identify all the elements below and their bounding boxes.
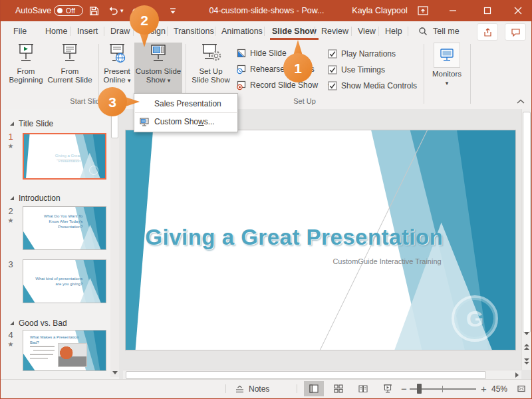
checkbox-label: Use Timings <box>341 65 385 74</box>
chevron-up-icon <box>516 98 525 105</box>
use-timings-checkbox[interactable]: Use Timings <box>328 64 385 76</box>
tab-help[interactable]: Help <box>379 21 408 41</box>
save-button[interactable] <box>88 0 100 21</box>
zoom-percentage[interactable]: 45% <box>491 380 507 398</box>
previous-slide-button[interactable] <box>524 344 529 350</box>
reading-view-button[interactable] <box>353 381 373 396</box>
slide-thumbnail-1[interactable]: Giving a Great Presentation <box>23 133 106 180</box>
set-up-slide-show-button[interactable]: Set UpSlide Show <box>190 43 232 93</box>
undo-button[interactable]: ▾ <box>107 0 124 21</box>
from-current-slide-button[interactable]: FromCurrent Slide <box>45 43 95 93</box>
from-beginning-button[interactable]: FromBeginning <box>9 43 43 93</box>
present-online-button[interactable]: Present Online ▾ <box>101 43 133 93</box>
callout-badge-1: 1 <box>283 39 313 84</box>
tab-view[interactable]: View <box>352 21 382 41</box>
thumbnail-subtitle-line <box>57 160 79 160</box>
ribbon-display-options-icon <box>417 5 429 16</box>
button-label: Custom Slide <box>136 67 181 76</box>
section-collapse-icon <box>10 321 14 325</box>
slide-thumbnail-4[interactable]: What Makes a Presentation Bad? <box>23 330 106 371</box>
slide-sorter-icon <box>333 384 344 394</box>
scrollbar-thumb[interactable] <box>126 371 486 379</box>
svg-text:1: 1 <box>294 61 302 76</box>
slide-number: 3 <box>6 259 15 269</box>
animation-star-icon[interactable]: ★ <box>6 340 15 348</box>
zoom-out-button[interactable]: − <box>401 380 407 398</box>
section-header-introduction[interactable]: Introduction <box>10 193 61 203</box>
menu-item-custom-shows[interactable]: Custom Shows... <box>134 114 237 130</box>
ribbon-tab-bar: File Home Insert Draw Design Transitions… <box>1 21 531 41</box>
statusbar-separator <box>297 384 297 393</box>
account-name[interactable]: Kayla Claypool <box>343 0 416 21</box>
scroll-down-icon[interactable] <box>112 371 118 374</box>
animation-star-icon[interactable]: ★ <box>6 142 15 150</box>
autosave-toggle[interactable]: Off <box>54 0 83 21</box>
status-bar: Notes − + 45% <box>1 379 531 398</box>
double-down-icon <box>524 358 529 361</box>
tab-separator <box>408 27 408 36</box>
thumbnail-bullet-line <box>30 358 48 359</box>
thumbnail-image <box>58 343 87 367</box>
editor-vertical-scrollbar[interactable] <box>521 109 531 370</box>
tab-review[interactable]: Review <box>315 21 354 41</box>
minimize-button[interactable] <box>440 0 466 21</box>
show-media-controls-checkbox[interactable]: Show Media Controls <box>328 80 417 92</box>
custom-slide-show-button[interactable]: Custom Slide Show ▾ <box>134 43 182 93</box>
tell-me-label: Tell me <box>433 27 460 36</box>
scroll-down-icon[interactable] <box>524 332 529 335</box>
toggle-knob-icon <box>57 8 63 13</box>
slide-sorter-view-button[interactable] <box>329 381 348 396</box>
hide-slide-button[interactable]: Hide Slide <box>236 47 287 60</box>
slide-show-view-button[interactable] <box>378 381 398 396</box>
tab-transitions[interactable]: Transitions <box>168 21 220 41</box>
animation-star-icon[interactable]: ★ <box>6 217 15 224</box>
normal-view-button[interactable] <box>304 381 324 396</box>
button-label: Monitors <box>432 70 462 78</box>
callout-badge-3: 3 <box>97 86 141 117</box>
slide-subtitle-text[interactable]: CustomGuide Interactive Training <box>332 257 441 265</box>
undo-dropdown-caret-icon[interactable]: ▾ <box>120 7 124 14</box>
tab-insert[interactable]: Insert <box>71 21 104 41</box>
section-label: Introduction <box>19 194 61 203</box>
slide-thumbnail-2[interactable]: What Do You Want To Know After Today's P… <box>23 206 106 250</box>
share-button[interactable] <box>477 23 498 41</box>
slide-canvas[interactable]: Giving a Great Presentation CustomGuide … <box>126 130 515 350</box>
tab-home[interactable]: Home <box>39 21 73 41</box>
thumbnail-title-text: What kind of presentations are you givin… <box>33 276 82 287</box>
ribbon: FromBeginning FromCurrent Slide Present … <box>1 41 531 110</box>
section-header-title-slide[interactable]: Title Slide <box>10 118 53 129</box>
ribbon-group-separator <box>424 44 424 104</box>
present-online-icon <box>106 43 128 65</box>
document-title: 04-custom-slide-shows - Pow... <box>200 0 333 21</box>
tell-me-box[interactable]: Tell me <box>418 21 460 41</box>
notes-button[interactable]: Notes <box>235 380 269 398</box>
editor-horizontal-scrollbar[interactable] <box>123 370 521 380</box>
menu-item-sales-presentation[interactable]: Sales Presentation <box>134 96 237 112</box>
double-up-icon <box>524 347 529 350</box>
record-slide-show-icon <box>236 80 247 90</box>
play-narrations-checkbox[interactable]: Play Narrations <box>328 48 396 60</box>
panel-scrollbar[interactable] <box>110 112 119 377</box>
slide-title-text[interactable]: Giving a Great Presentation <box>145 225 443 250</box>
comments-button[interactable] <box>505 23 526 41</box>
scroll-right-icon[interactable] <box>515 372 519 378</box>
monitors-button[interactable]: Monitors ▾ <box>430 43 464 93</box>
tab-file[interactable]: File <box>7 21 33 41</box>
maximize-button[interactable] <box>474 0 501 21</box>
slideshow-from-current-icon <box>59 43 80 65</box>
quick-access-toolbar-button[interactable] <box>168 0 178 21</box>
section-header-good-vs-bad[interactable]: Good vs. Bad <box>10 318 67 329</box>
slide-thumbnail-3[interactable]: What kind of presentations are you givin… <box>23 259 106 303</box>
fit-slide-to-window-button[interactable] <box>511 381 531 396</box>
close-button[interactable] <box>505 0 531 21</box>
scrollbar-thumb[interactable] <box>523 112 531 332</box>
next-slide-button[interactable] <box>524 358 529 364</box>
dropdown-caret-icon: ▾ <box>128 77 131 84</box>
zoom-slider-thumb[interactable] <box>417 384 422 394</box>
zoom-in-button[interactable]: + <box>481 380 487 398</box>
tab-animations[interactable]: Animations <box>215 21 269 41</box>
svg-text:3: 3 <box>108 94 116 110</box>
ribbon-display-options-button[interactable] <box>417 0 429 21</box>
collapse-ribbon-button[interactable] <box>516 96 525 108</box>
thumbnail-logo-mark <box>89 166 98 175</box>
